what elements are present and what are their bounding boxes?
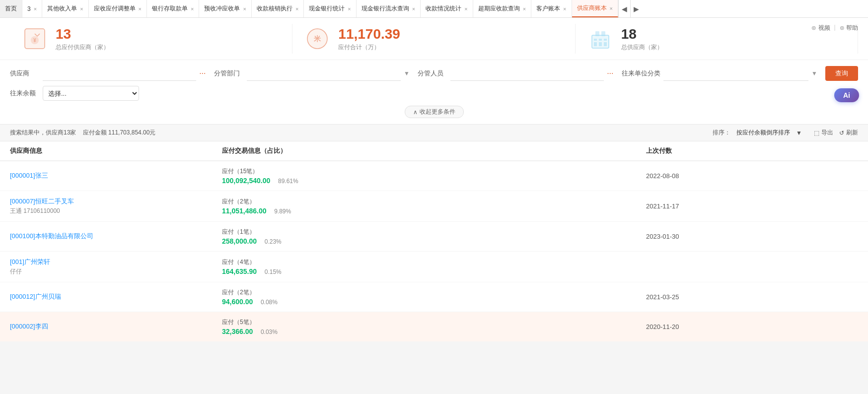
- total-suppliers-icon: [585, 24, 615, 54]
- summary-payable-suppliers: ¥ 13 总应付供应商（家）: [10, 24, 292, 54]
- nav-tab-collection-stat-label: 收款情况统计: [426, 4, 461, 13]
- close-tab-3-icon[interactable]: ×: [34, 6, 37, 12]
- nav-tab-prepay-ar[interactable]: 预收冲应收单 ×: [199, 0, 251, 17]
- payable-cell-4: 应付（4笔） 164,635.90 0.15%: [222, 258, 646, 275]
- nav-tab-supplier-ledger[interactable]: 供应商账本 ×: [572, 0, 618, 17]
- nav-tab-collection-exec[interactable]: 收款核销执行 ×: [252, 0, 304, 17]
- payable-label-5: 应付（2笔）: [222, 288, 646, 297]
- payable-cell-1: 应付（15笔） 100,092,540.00 89.61%: [222, 167, 646, 185]
- export-button[interactable]: ⬚ 导出: [814, 129, 833, 137]
- supplier-cell-2: [000007]恒旺二手叉车 王通 17106110000: [10, 197, 222, 215]
- sort-option[interactable]: 按应付余额倒序排序: [736, 129, 790, 137]
- close-tab-collection-stat-icon[interactable]: ×: [464, 6, 467, 12]
- nav-tab-collection-exec-label: 收款核销执行: [257, 4, 292, 13]
- close-tab-collection-exec-icon[interactable]: ×: [295, 6, 298, 12]
- supplier-link-6[interactable]: [000002]李四: [10, 323, 48, 330]
- svg-rect-10: [604, 39, 607, 41]
- payable-cell-2: 应付（2笔） 11,051,486.00 9.89%: [222, 197, 646, 215]
- category-dropdown-icon[interactable]: ▼: [811, 70, 817, 77]
- last-pay-cell-6: 2020-11-20: [646, 323, 858, 330]
- nav-tab-3-label: 3: [27, 5, 31, 12]
- supplier-link-4[interactable]: [001]广州荣轩: [10, 258, 50, 265]
- payable-percent-3: 0.23%: [265, 238, 282, 245]
- close-tab-overdue-ar-icon[interactable]: ×: [523, 6, 526, 12]
- table-row: [000012]广州贝瑞 应付（2笔） 94,600.00 0.08% 2021…: [0, 282, 868, 312]
- supplier-link-2[interactable]: [000007]恒旺二手叉车: [10, 197, 74, 205]
- supplier-link-1[interactable]: [000001]张三: [10, 172, 48, 179]
- ai-button[interactable]: Ai: [834, 88, 859, 102]
- close-tab-cash-bank-stat-icon[interactable]: ×: [348, 6, 351, 12]
- payable-suppliers-icon: ¥: [20, 24, 50, 54]
- svg-rect-13: [604, 42, 607, 46]
- total-suppliers-content: 18 总供应商（家）: [621, 26, 663, 52]
- close-tab-ar-ap-adjust-icon[interactable]: ×: [139, 6, 142, 12]
- dept-dropdown-icon[interactable]: ▼: [404, 70, 410, 77]
- sort-label: 排序：: [713, 129, 730, 137]
- payable-cell-5: 应付（2笔） 94,600.00 0.08%: [222, 288, 646, 306]
- search-button[interactable]: 查询: [825, 66, 858, 81]
- payable-suppliers-content: 13 总应付供应商（家）: [56, 26, 109, 52]
- nav-tab-bank-deposit[interactable]: 银行存取款单 ×: [147, 0, 199, 17]
- nav-tab-3[interactable]: 3 ×: [22, 0, 42, 17]
- category-input[interactable]: [663, 66, 809, 81]
- supplier-link-3[interactable]: [000100]本特勤油品有限公司: [10, 232, 93, 240]
- video-link[interactable]: ⊙ 视频: [811, 24, 830, 32]
- dept-label: 分管部门: [214, 69, 244, 78]
- help-icon: ⊙: [840, 24, 845, 31]
- payable-amount-5[interactable]: 94,600.00: [222, 298, 253, 306]
- payable-amount-4[interactable]: 164,635.90: [222, 267, 257, 275]
- svg-rect-5: [592, 35, 609, 48]
- payable-label-4: 应付（4笔）: [222, 258, 646, 266]
- close-tab-bank-deposit-icon[interactable]: ×: [191, 6, 194, 12]
- close-tab-cash-bank-flow-icon[interactable]: ×: [412, 6, 415, 12]
- close-tab-prepay-ar-icon[interactable]: ×: [243, 6, 246, 12]
- nav-right-arrow[interactable]: ▶: [630, 0, 642, 17]
- nav-tab-home[interactable]: 首页: [0, 0, 22, 17]
- nav-tab-ar-ap-adjust[interactable]: 应收应付调整单 ×: [89, 0, 147, 17]
- nav-left-arrow[interactable]: ◀: [618, 0, 630, 17]
- filter-supplier: 供应商 ···: [10, 66, 206, 81]
- results-bar: 搜索结果中，供应商13家 应付金额 111,703,854.00元 排序： 按应…: [0, 125, 868, 141]
- table-row: [000007]恒旺二手叉车 王通 17106110000 应付（2笔） 11,…: [0, 191, 868, 222]
- filter-row-2: 往来余额 选择...: [10, 86, 858, 101]
- person-dots-icon[interactable]: ···: [607, 69, 613, 78]
- payable-amount-6[interactable]: 32,366.00: [222, 328, 253, 335]
- payable-amount-1[interactable]: 100,092,540.00: [222, 177, 270, 185]
- payable-percent-1: 89.61%: [278, 178, 298, 185]
- collapse-button[interactable]: ∧ 收起更多条件: [405, 106, 464, 118]
- nav-tab-overdue-ar[interactable]: 超期应收款查询 ×: [473, 0, 531, 17]
- nav-tab-collection-stat[interactable]: 收款情况统计 ×: [421, 0, 473, 17]
- supplier-dots-icon[interactable]: ···: [199, 69, 206, 78]
- nav-tab-cash-bank-flow[interactable]: 现金银行流水查询 ×: [357, 0, 421, 17]
- payable-amount-3[interactable]: 258,000.00: [222, 237, 257, 245]
- total-suppliers-number: 18: [621, 26, 663, 43]
- nav-tab-cash-bank-stat[interactable]: 现金银行统计 ×: [304, 0, 356, 17]
- results-info: 搜索结果中，供应商13家 应付金额 111,703,854.00元: [10, 129, 155, 137]
- balance-select[interactable]: 选择...: [43, 86, 139, 101]
- svg-rect-8: [594, 39, 597, 41]
- svg-rect-12: [599, 42, 602, 46]
- person-input[interactable]: [450, 66, 604, 81]
- svg-text:米: 米: [313, 35, 321, 43]
- close-tab-other-income-icon[interactable]: ×: [80, 6, 83, 12]
- dept-input[interactable]: [247, 66, 401, 81]
- summary-links: ⊙ 视频 | ⊙ 帮助: [811, 24, 858, 32]
- sort-dropdown-icon[interactable]: ▼: [796, 130, 802, 136]
- close-tab-customer-ledger-icon[interactable]: ×: [563, 6, 566, 12]
- summary-payable-total: 米 11,170.39 应付合计（万）: [292, 24, 575, 54]
- supplier-input[interactable]: [43, 66, 196, 81]
- supplier-link-5[interactable]: [000012]广州贝瑞: [10, 293, 61, 300]
- filter-category: 往来单位分类 ▼: [622, 66, 818, 81]
- supplier-contact-4: 仔仔: [10, 267, 222, 276]
- help-link[interactable]: ⊙ 帮助: [840, 24, 858, 32]
- close-tab-supplier-ledger-icon[interactable]: ×: [610, 5, 613, 11]
- link-divider: |: [834, 24, 836, 32]
- nav-tab-other-income[interactable]: 其他收入单 ×: [42, 0, 88, 17]
- payable-amount-2[interactable]: 11,051,486.00: [222, 207, 267, 215]
- nav-tab-customer-ledger[interactable]: 客户账本 ×: [531, 0, 572, 17]
- svg-text:¥: ¥: [33, 38, 36, 43]
- payable-percent-4: 0.15%: [265, 268, 282, 275]
- table-row: [000100]本特勤油品有限公司 应付（1笔） 258,000.00 0.23…: [0, 222, 868, 252]
- filter-balance: 往来余额 选择...: [10, 86, 139, 101]
- refresh-button[interactable]: ↺ 刷新: [839, 129, 858, 137]
